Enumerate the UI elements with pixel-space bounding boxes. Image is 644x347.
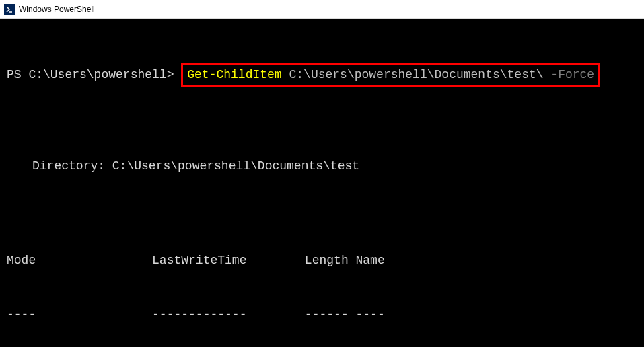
prompt-prefix: PS C:\Users\powershell>	[7, 68, 181, 81]
command-path: C:\Users\powershell\Documents\test\	[282, 68, 551, 81]
command-line-1: PS C:\Users\powershell> Get-ChildItem C:…	[7, 63, 637, 87]
powershell-icon	[4, 4, 15, 15]
directory-label: Directory: C:\Users\powershell\Documents…	[7, 157, 637, 176]
cmdlet-name: Get-ChildItem	[187, 68, 281, 81]
titlebar[interactable]: Windows PowerShell	[0, 0, 644, 19]
terminal-area[interactable]: PS C:\Users\powershell> Get-ChildItem C:…	[0, 19, 644, 347]
command-highlight-box: Get-ChildItem C:\Users\powershell\Docume…	[181, 63, 600, 87]
table-header-dashes: ---- ------------- ------ ----	[7, 306, 637, 324]
window-title: Windows PowerShell	[19, 5, 95, 14]
command-flag: -Force	[550, 68, 594, 81]
table-header: Mode LastWriteTime Length Name	[7, 252, 637, 270]
powershell-window: Windows PowerShell PS C:\Users\powershel…	[0, 0, 644, 347]
